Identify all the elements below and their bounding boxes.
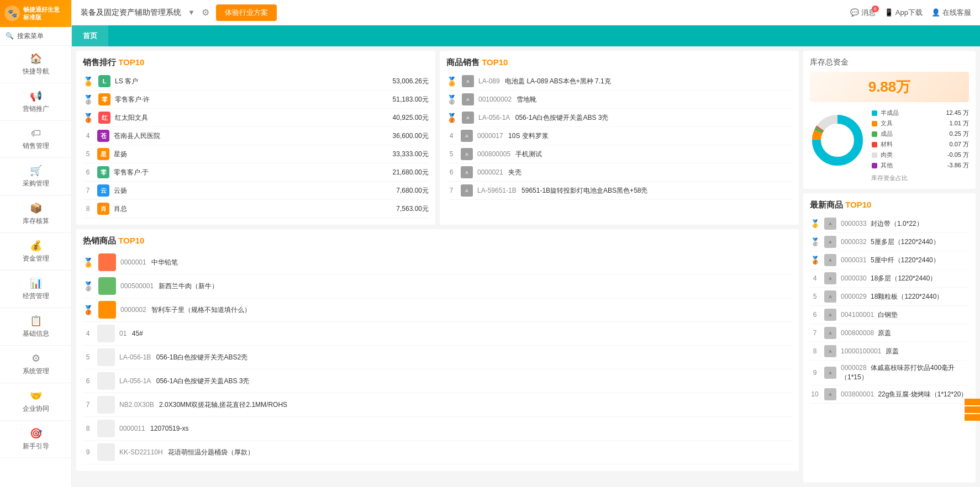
online-service-button[interactable]: 👤 在线客服 xyxy=(931,8,971,18)
sidebar-item-purchase[interactable]: 🛒 采购管理 xyxy=(0,158,71,195)
hot-rank-num-7: 7 xyxy=(83,401,93,409)
customer-name-2: 零售客户·许 xyxy=(115,95,375,104)
new-rank-icon-1: 🥇 xyxy=(810,219,820,228)
online-service-label: 在线客服 xyxy=(942,8,971,18)
sidebar-item-inventory[interactable]: 📦 库存核算 xyxy=(0,195,71,233)
legend-name-meat: 肉类 xyxy=(881,151,938,159)
sidebar-item-label: 经营管理 xyxy=(23,292,49,301)
inventory-chart-area: 半成品 12.45 万 文具 1.01 万 成品 0.25 万 xyxy=(810,109,969,172)
customer-name-7: 云扬 xyxy=(114,186,375,195)
message-button[interactable]: 💬 消息 6 xyxy=(850,8,876,18)
notification-badge: 6 xyxy=(872,6,879,12)
center-area: 销售排行 TOP10 🏅 L LS 客户 53,006.26元 🥈 零 xyxy=(72,46,803,487)
sales-row: 🥈 零 零售客户·许 51,183.00元 xyxy=(83,91,429,109)
sidebar-item-system[interactable]: ⚙ 系统管理 xyxy=(0,346,71,383)
hot-prod-thumb-4 xyxy=(97,325,115,342)
new-prod-row-5: 5 A 0000029 18颗粒板（1220*2440） xyxy=(810,288,969,306)
new-prod-row-1: 🥇 A 0000033 封边带（1.0*22） xyxy=(810,215,969,233)
float-service-community[interactable]: 服务社区 xyxy=(965,406,980,413)
sidebar-item-label: 采购管理 xyxy=(23,179,49,188)
hot-product-row-1: 🏅 0000001 中华铅笔 xyxy=(83,251,792,274)
new-prod-img-3: A xyxy=(824,254,836,266)
sidebar-item-info[interactable]: 📋 基础信息 xyxy=(0,308,71,346)
new-products-panel: 最新商品 TOP10 🥇 A 0000033 封边带（1.0*22） 🥈 A xyxy=(803,193,976,483)
sales-row: 8 肖 肖总 7,563.00元 xyxy=(83,200,429,218)
product-sales-row: 🥉 A LA-056-1A 056-1A白色按键开关盖ABS 3壳 xyxy=(446,109,792,127)
search-icon: 🔍 xyxy=(6,32,14,40)
legend-val-meat: -0.05 万 xyxy=(941,151,969,159)
customer-amount-4: 36,600.00元 xyxy=(379,131,429,141)
inventory-unit: 万 xyxy=(896,78,910,95)
new-prod-info-6: 004100001 白钢垫 xyxy=(841,310,969,320)
product-info-7: LA-59651-1B 59651-1B旋转投影灯电池盒ABS黑色+58壳 xyxy=(477,186,792,195)
rank-badge-7: 云 xyxy=(97,184,109,197)
float-service-hotline[interactable]: 客服热线 xyxy=(965,399,980,405)
rank-medal-1: 🏅 xyxy=(83,76,94,87)
sidebar-item-label: 快捷导航 xyxy=(23,67,49,76)
new-prod-img-5: A xyxy=(824,290,836,303)
gear-icon[interactable]: ⚙ xyxy=(202,7,209,18)
sidebar-item-collab[interactable]: 🤝 企业协同 xyxy=(0,383,71,421)
legend-dot-other xyxy=(872,163,877,168)
customer-amount-6: 21,680.00元 xyxy=(379,168,429,177)
sidebar-item-label: 库存核算 xyxy=(23,216,49,226)
sidebar-item-label: 系统管理 xyxy=(23,367,49,376)
hot-products-list: 🏅 0000001 中华铅笔 🥈 000500001 新西兰牛肉（新牛） xyxy=(83,251,792,464)
legend-dot-stationery xyxy=(872,121,877,126)
hot-rank-2: 🥈 xyxy=(83,281,94,292)
prod-img-5: A xyxy=(461,148,473,160)
hot-prod-thumb-2 xyxy=(98,277,116,295)
new-rank-num-9: 9 xyxy=(810,369,820,377)
app-name: 畅捷通好生意 xyxy=(23,6,60,13)
sales-ranking-list: 🏅 L LS 客户 53,006.26元 🥈 零 零售客户·许 51,183.0… xyxy=(83,72,429,218)
legend-item-finished: 成品 0.25 万 xyxy=(872,130,969,138)
new-rank-num-6: 6 xyxy=(810,311,820,319)
new-rank-num-7: 7 xyxy=(810,329,820,337)
legend-name-semifinished: 半成品 xyxy=(881,109,938,117)
rank-num-7: 7 xyxy=(446,187,456,194)
dropdown-icon[interactable]: ▼ xyxy=(188,8,195,17)
legend-name-stationery: 文具 xyxy=(881,119,938,128)
product-sales-row: 6 A 0000021 夹壳 xyxy=(446,163,792,182)
rank-icon-3: 🥉 xyxy=(446,113,457,123)
product-info-4: 0000017 10S 变料罗浆 xyxy=(477,131,792,141)
hot-product-row-3: 🥉 0000002 智利车子里（规格不知道填什么） xyxy=(83,298,792,322)
new-prod-row-4: 4 A 0000030 18多层（1220*2440） xyxy=(810,269,969,288)
tab-home[interactable]: 首页 xyxy=(72,25,108,46)
new-prod-info-4: 0000030 18多层（1220*2440） xyxy=(841,274,969,283)
new-rank-num-4: 4 xyxy=(810,274,820,282)
legend-val-material: 0.07 万 xyxy=(941,140,969,149)
product-info-2: 001000002 雪地靴 xyxy=(478,95,792,104)
rank-num-5: 5 xyxy=(83,150,93,158)
new-prod-info-1: 0000033 封边带（1.0*22） xyxy=(841,219,969,229)
trial-button[interactable]: 体验行业方案 xyxy=(216,4,277,21)
rank-badge-4: 苍 xyxy=(97,130,109,142)
hot-rank-1: 🏅 xyxy=(83,257,94,268)
float-service-live[interactable]: 直播 xyxy=(965,414,980,421)
message-icon: 💬 xyxy=(850,8,859,17)
new-prod-img-6: A xyxy=(824,309,836,321)
sidebar-item-finance[interactable]: 💰 资金管理 xyxy=(0,233,71,271)
rank-medal-3: 🥉 xyxy=(83,113,94,123)
app-download-button[interactable]: 📱 App下载 xyxy=(884,8,923,18)
sidebar-item-home[interactable]: 🏠 快捷导航 xyxy=(0,46,71,83)
hot-prod-info-5: LA-056-1B 056-1B白色按键开关壳ABS2壳 xyxy=(119,353,792,362)
sidebar-item-label: 营销推广 xyxy=(23,104,49,114)
sidebar-item-label: 新手引导 xyxy=(23,442,49,451)
sidebar-search[interactable]: 🔍 搜索菜单 xyxy=(0,27,71,46)
hot-prod-thumb-7 xyxy=(97,396,115,414)
hot-prod-info-4: 01 45# xyxy=(119,330,792,337)
sidebar-item-sales[interactable]: 🏷 销售管理 xyxy=(0,121,71,158)
donut-chart-container xyxy=(810,113,865,168)
hot-prod-thumb-6 xyxy=(97,372,115,390)
logo-icon: 🐾 xyxy=(4,6,20,21)
sales-row: 🏅 L LS 客户 53,006.26元 xyxy=(83,72,429,91)
collab-icon: 🤝 xyxy=(30,390,42,402)
product-sales-row: 5 A 000800005 手机测试 xyxy=(446,145,792,163)
hot-prod-thumb-8 xyxy=(97,420,115,437)
hot-rank-3: 🥉 xyxy=(83,305,94,315)
hot-products-panel: 热销商品 TOP10 🏅 0000001 中华铅笔 🥈 xyxy=(76,229,799,471)
sidebar-item-guide[interactable]: 🎯 新手引导 xyxy=(0,421,71,458)
sidebar-item-management[interactable]: 📊 经营管理 xyxy=(0,271,71,308)
sidebar-item-marketing[interactable]: 📢 营销推广 xyxy=(0,83,71,121)
